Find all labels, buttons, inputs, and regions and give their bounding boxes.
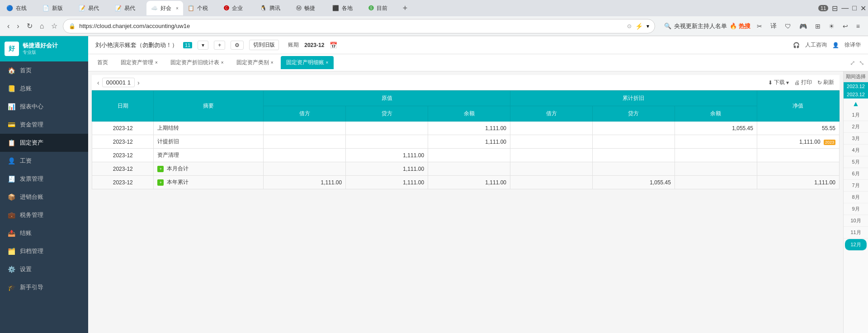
period-month-3[interactable]: 3月 <box>844 133 868 145</box>
browser-tab-xinban[interactable]: 📄 新版 <box>38 1 74 15</box>
period-month-4[interactable]: 4月 <box>844 145 868 156</box>
sidebar-item-home[interactable]: 🏠 首页 <box>0 61 88 80</box>
shield-icon-btn[interactable]: 🛡 <box>782 21 794 32</box>
menu-icon-btn[interactable]: ≡ <box>854 21 863 32</box>
browser-tab-tengxun[interactable]: 🐧 腾讯 <box>255 1 292 15</box>
browser-tab-muqian[interactable]: 🅢 目前 <box>364 1 400 15</box>
period-month-12[interactable]: 12月 <box>845 239 867 251</box>
scissors-icon-btn[interactable]: ✂ <box>754 21 765 32</box>
tab-close-fixed-assets-mgmt[interactable]: × <box>155 60 158 65</box>
period-month-list: 1月 2月 3月 4月 5月 6月 7月 8月 9月 10月 11月 12月 <box>844 109 868 251</box>
browser-tab-qiye[interactable]: 🅒 企业 <box>219 1 255 15</box>
sidebar-item-invoices[interactable]: 🧾 发票管理 <box>0 170 88 188</box>
address-bar[interactable]: 🔒 https://cloud.chanjet.com/accounting/u… <box>63 19 655 33</box>
consult-label[interactable]: 人工咨询 <box>805 41 827 49</box>
period-month-7[interactable]: 7月 <box>844 180 868 192</box>
period-month-1[interactable]: 1月 <box>844 109 868 121</box>
browser-tab-changjie[interactable]: Ⓜ 畅捷 <box>292 1 328 15</box>
tab-close-depreciation-stats[interactable]: × <box>221 60 224 65</box>
translate-icon-btn[interactable]: 译 <box>768 20 779 32</box>
sidebar-item-settlement[interactable]: 📤 结账 <box>0 224 88 242</box>
maximize-icon[interactable]: □ <box>852 4 857 12</box>
tab-asset-category-label: 固定资产类别 <box>236 59 269 66</box>
sidebar-label-fixed-assets: 固定资产 <box>20 139 43 147</box>
download-icon: ⬇ <box>768 80 773 86</box>
browser-tab-geshui[interactable]: 📋 个税 <box>183 1 219 15</box>
tab-detail-ledger[interactable]: 固定资产明细账 × <box>281 56 334 69</box>
period-month-6[interactable]: 6月 <box>844 168 868 180</box>
add-account-btn[interactable]: + <box>214 41 225 50</box>
history-icon-btn[interactable]: ↩ <box>840 21 851 32</box>
brightness-icon-btn[interactable]: ☀ <box>826 21 837 32</box>
sidebar-label-purchase-sales: 进销台账 <box>20 193 43 201</box>
tab-close-asset-category[interactable]: × <box>271 60 274 65</box>
new-tab-button[interactable]: + <box>400 4 410 13</box>
print-btn[interactable]: 🖨 打印 <box>794 79 812 86</box>
cell-net-2 <box>757 149 839 162</box>
close-icon[interactable]: ✕ <box>860 4 866 13</box>
tab-list-icon[interactable]: ⊟ <box>832 4 838 13</box>
download-btn[interactable]: ⬇ 下载 ▾ <box>768 79 789 86</box>
tab-close-haohui[interactable]: × <box>176 6 179 11</box>
table-row-annual: 2023-12 + 本年累计 1,111.00 1,111.00 1,111.0… <box>92 176 840 189</box>
sidebar-item-archive[interactable]: 🗂️ 归档管理 <box>0 242 88 260</box>
sidebar-item-guide[interactable]: 🎓 新手引导 <box>0 278 88 296</box>
dropdown-icon[interactable]: ▾ <box>646 23 649 29</box>
browser-tab-yidai1[interactable]: 📝 易代 <box>74 1 110 15</box>
sidebar-item-payroll[interactable]: 👤 工资 <box>0 152 88 170</box>
grid-icon-btn[interactable]: ⊞ <box>812 21 823 32</box>
hot-search-label[interactable]: 🔥 热搜 <box>730 22 750 30</box>
sidebar-item-purchase-sales[interactable]: 📦 进销台账 <box>0 188 88 206</box>
sidebar-item-settings[interactable]: ⚙️ 设置 <box>0 260 88 278</box>
bookmark-button[interactable]: ☆ <box>49 20 59 32</box>
period-month-2[interactable]: 2月 <box>844 121 868 133</box>
sidebar-item-fixed-assets[interactable]: 📋 固定资产 <box>0 134 88 152</box>
sidebar-label-general-ledger: 总账 <box>20 84 32 93</box>
prev-page-btn[interactable]: ‹ <box>97 79 99 86</box>
site-info-icon[interactable]: ⊙ <box>627 23 632 29</box>
dropdown-btn[interactable]: ▾ <box>198 41 208 50</box>
sidebar-item-reports[interactable]: 📊 报表中心 <box>0 98 88 116</box>
tab-asset-category[interactable]: 固定资产类别 × <box>231 56 279 69</box>
tab-depreciation-stats[interactable]: 固定资产折旧统计表 × <box>165 56 229 69</box>
lightning-icon[interactable]: ⚡ <box>635 23 643 30</box>
gamepad-icon-btn[interactable]: 🎮 <box>797 21 810 32</box>
fullscreen-contract-icon[interactable]: ⤡ <box>859 59 864 66</box>
sidebar-label-tax: 税务管理 <box>20 211 43 219</box>
th-date: 日期 <box>92 91 154 122</box>
fullscreen-expand-icon[interactable]: ⤢ <box>850 59 855 66</box>
period-month-8[interactable]: 8月 <box>844 192 868 203</box>
tab-fixed-assets-mgmt[interactable]: 固定资产管理 × <box>115 56 163 69</box>
tab-close-detail-ledger[interactable]: × <box>326 60 329 65</box>
back-button[interactable]: ‹ <box>5 20 11 32</box>
period-month-5[interactable]: 5月 <box>844 156 868 168</box>
period-month-9[interactable]: 9月 <box>844 203 868 215</box>
minimize-icon[interactable]: — <box>841 4 849 12</box>
period-scroll-up-btn[interactable]: ▲ <box>844 98 868 109</box>
sidebar-item-funds[interactable]: 💳 资金管理 <box>0 116 88 134</box>
refresh-btn[interactable]: ↻ 刷新 <box>817 79 834 86</box>
browser-tab-zaixin[interactable]: 🔵 在线 <box>2 1 38 15</box>
calendar-icon[interactable]: 📅 <box>330 42 337 49</box>
browser-tab-gedi[interactable]: ⬛ 各地 <box>328 1 364 15</box>
switch-version-btn[interactable]: 切到旧版 <box>249 40 279 50</box>
page-display: 000001 1 <box>102 78 135 87</box>
page-nav: ‹ 000001 1 › <box>97 78 140 87</box>
logo-sub-text: 专业版 <box>23 49 58 56</box>
headset-icon: 🎧 <box>793 42 800 48</box>
tab-home[interactable]: 首页 <box>92 56 113 69</box>
sidebar-item-general-ledger[interactable]: 📒 总账 <box>0 80 88 98</box>
next-page-btn[interactable]: › <box>137 79 140 86</box>
browser-tab-yidai2[interactable]: 📝 易代 <box>110 1 146 15</box>
browser-tab-haohui[interactable]: ☁️ 好会 × <box>146 1 183 15</box>
reload-button[interactable]: ↻ <box>25 20 34 32</box>
settings-btn[interactable]: ⚙ <box>231 41 244 50</box>
forward-button[interactable]: › <box>15 20 21 32</box>
period-month-11[interactable]: 11月 <box>844 227 868 239</box>
home-button[interactable]: ⌂ <box>38 20 46 32</box>
period-month-10[interactable]: 10月 <box>844 215 868 227</box>
pagination-right: ⬇ 下载 ▾ 🖨 打印 ↻ 刷新 <box>768 79 834 86</box>
cell-accum-credit-0 <box>593 122 675 135</box>
download-dropdown-icon[interactable]: ▾ <box>786 80 789 86</box>
sidebar-item-tax[interactable]: 💼 税务管理 <box>0 206 88 224</box>
